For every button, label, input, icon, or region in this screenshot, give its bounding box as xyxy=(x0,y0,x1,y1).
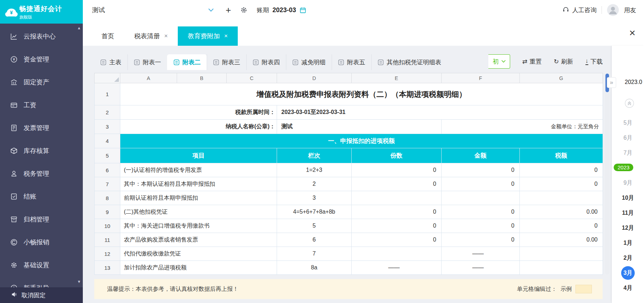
report-title[interactable]: 增值税及附加税费申报表附列资料（二）（本期进项税额明细） xyxy=(120,83,603,105)
cell-colno[interactable]: 6 xyxy=(277,233,352,247)
cell-tax[interactable] xyxy=(520,247,603,261)
row-header[interactable]: 6 xyxy=(95,163,120,177)
month-item[interactable]: 10月 xyxy=(612,190,644,205)
period-dropdown[interactable]: 初 xyxy=(488,54,510,69)
sheet-tab-appendix-3[interactable]: 附表三 xyxy=(207,54,246,70)
cell-amount[interactable]: 0 xyxy=(442,219,520,233)
cell-colno[interactable]: 3 xyxy=(277,191,352,205)
tab-home[interactable]: 首页 xyxy=(91,26,124,46)
cell-colno[interactable]: 8a xyxy=(277,261,352,275)
cell-count[interactable]: 0 xyxy=(352,233,442,247)
sidebar-item-closing[interactable]: 结账 xyxy=(0,185,83,208)
cell-count[interactable]: 0 xyxy=(352,205,442,219)
cell-tax[interactable] xyxy=(520,261,603,275)
cell-count[interactable]: —— xyxy=(352,261,442,275)
company-selector[interactable]: 测试 xyxy=(92,6,213,14)
row-header[interactable]: 7 xyxy=(95,177,120,191)
taxpayer-cell-value[interactable]: 测试 xyxy=(277,120,442,134)
sidebar-item-reimburse[interactable]: 小畅报销 xyxy=(0,231,83,254)
sheet-tab-appendix-5[interactable]: 附表五 xyxy=(332,54,371,70)
sidebar-item-invoice[interactable]: 发票管理 xyxy=(0,116,83,139)
sheet-tab-main[interactable]: 主表 xyxy=(94,54,127,70)
section-banner[interactable]: 一、申报抵扣的进项税额 xyxy=(120,134,603,148)
cell-tax[interactable] xyxy=(520,191,603,205)
column-header-g[interactable]: G xyxy=(520,73,603,83)
row-header[interactable]: 13 xyxy=(95,261,120,275)
taxpayer-cell-label[interactable]: 纳税人名称(公章)： xyxy=(120,120,277,134)
row-header[interactable]: 8 xyxy=(95,191,120,205)
collapse-handle[interactable]: » xyxy=(607,77,616,88)
sidebar-item-guide[interactable]: 新手引导 xyxy=(0,277,83,287)
row-header[interactable]: 4 xyxy=(95,134,120,148)
month-item[interactable]: 1月 xyxy=(612,235,644,250)
cell-amount[interactable]: 0 xyxy=(442,177,520,191)
row-header[interactable]: 1 xyxy=(95,83,120,105)
close-all-button[interactable]: × xyxy=(629,28,635,38)
cell-item[interactable]: 代扣代缴税收缴款凭证 xyxy=(120,247,277,261)
row-header[interactable]: 11 xyxy=(95,233,120,247)
cell-colno[interactable]: 2 xyxy=(277,177,352,191)
cell-count[interactable]: 0 xyxy=(352,177,442,191)
column-header-d[interactable]: D xyxy=(277,73,352,83)
cell-count[interactable]: 0 xyxy=(352,219,442,233)
sidebar-item-cloud-report-center[interactable]: 云报表中心 xyxy=(0,25,83,48)
sidebar-item-archive[interactable]: 归档管理 xyxy=(0,208,83,231)
cell-item[interactable]: 加计扣除农产品进项税额 xyxy=(120,261,277,275)
cell-amount[interactable]: —— xyxy=(442,247,520,261)
unit-cell[interactable]: 金额单位：元至角分 xyxy=(442,120,603,134)
header-colno[interactable]: 栏次 xyxy=(277,148,352,163)
sidebar-item-salary[interactable]: 工资 xyxy=(0,94,83,116)
cell-colno[interactable]: 4=5+6+7+8a+8b xyxy=(277,205,352,219)
month-item[interactable]: 11月 xyxy=(612,205,644,220)
tab-education-surcharge[interactable]: 教育费附加 × xyxy=(178,26,238,46)
cell-amount[interactable]: 0 xyxy=(442,233,520,247)
cell-tax[interactable]: 0 xyxy=(520,177,603,191)
sidebar-scroll-down-icon[interactable]: ▼ xyxy=(77,279,81,284)
cell-count[interactable] xyxy=(352,191,442,205)
header-amount[interactable]: 金额 xyxy=(442,148,520,163)
sheet-tab-appendix-4[interactable]: 附表四 xyxy=(246,54,286,70)
cell-amount[interactable]: 0 xyxy=(442,205,520,219)
close-icon[interactable]: × xyxy=(224,33,228,40)
cell-item[interactable]: 其中：本期认证相符且本期申报抵扣 xyxy=(120,177,277,191)
header-count[interactable]: 份数 xyxy=(352,148,442,163)
cell-tax[interactable]: 0.00 xyxy=(520,205,603,219)
download-button[interactable]: ↓ 下载 xyxy=(585,58,603,66)
cell-item[interactable]: (二)其他扣税凭证 xyxy=(120,205,277,219)
row-header[interactable]: 5 xyxy=(95,148,120,163)
cell-amount[interactable]: 0 xyxy=(442,163,520,177)
sidebar-item-fixed-assets[interactable]: 固定资产 xyxy=(0,71,83,94)
cell-colno[interactable]: 7 xyxy=(277,247,352,261)
row-header[interactable]: 9 xyxy=(95,205,120,219)
period-cell-value[interactable]: 2023-03-01至2023-03-31 xyxy=(277,105,603,120)
vertical-scrollbar[interactable] xyxy=(605,73,609,274)
month-item[interactable]: 2月 xyxy=(612,250,644,265)
sheet-tab-appendix-1[interactable]: 附表一 xyxy=(127,54,167,70)
sidebar-scroll-up-icon[interactable]: ▲ xyxy=(77,26,81,30)
month-item[interactable]: 5月 xyxy=(612,115,644,130)
add-button[interactable]: + xyxy=(226,5,231,15)
avatar[interactable] xyxy=(607,4,619,16)
header-tax[interactable]: 税额 xyxy=(520,148,603,163)
row-header[interactable]: 2 xyxy=(95,105,120,120)
cell-amount[interactable] xyxy=(442,191,520,205)
cell-colno[interactable]: 1=2+3 xyxy=(277,163,352,177)
reset-button[interactable]: ⇄ 重置 xyxy=(522,58,542,66)
tab-tax-register[interactable]: 税表清册 × xyxy=(124,26,178,46)
month-item-active[interactable]: 3月 xyxy=(621,266,635,280)
row-header[interactable]: 10 xyxy=(95,219,120,233)
column-header-f[interactable]: F xyxy=(442,73,520,83)
cell-item[interactable]: 农产品收购发票或者销售发票 xyxy=(120,233,277,247)
select-all-corner[interactable] xyxy=(95,73,120,83)
column-header-b[interactable]: B xyxy=(177,73,227,83)
close-icon[interactable]: × xyxy=(164,33,168,40)
unpin-sidebar-button[interactable]: 取消固定 xyxy=(0,287,83,303)
cell-colno[interactable]: 5 xyxy=(277,219,352,233)
column-header-a[interactable]: A xyxy=(120,73,177,83)
month-item[interactable]: 7月 xyxy=(612,145,644,160)
sidebar-item-funds[interactable]: ¥ 资金管理 xyxy=(0,48,83,71)
username[interactable]: 用友 xyxy=(624,6,636,14)
sheet-tab-other-certificates[interactable]: 其他扣税凭证明细表 xyxy=(371,54,447,70)
cell-tax[interactable]: 0 xyxy=(520,219,603,233)
row-header[interactable]: 3 xyxy=(95,120,120,134)
